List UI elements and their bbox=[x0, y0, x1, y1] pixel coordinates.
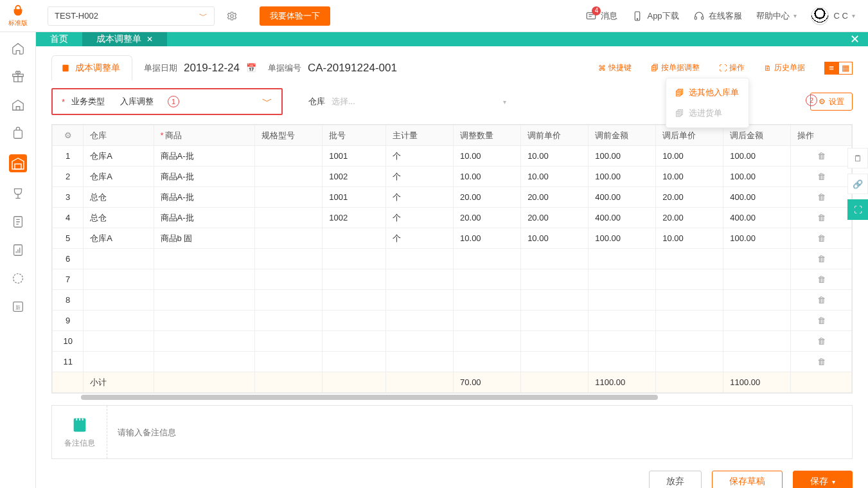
tab-cost-adjust[interactable]: 成本调整单 ✕ bbox=[82, 32, 167, 46]
svg-point-0 bbox=[231, 14, 234, 17]
svg-rect-15 bbox=[62, 65, 68, 72]
rail-note-icon[interactable]: 🗒 bbox=[847, 148, 868, 168]
nav-report-icon[interactable] bbox=[11, 243, 25, 257]
delete-row-icon[interactable]: 🗑 bbox=[817, 295, 826, 305]
company-select[interactable]: TEST-H002 ﹀ bbox=[48, 6, 215, 26]
delete-row-icon[interactable]: 🗑 bbox=[817, 316, 826, 325]
nav-home-icon[interactable] bbox=[11, 41, 25, 55]
menu-other-inbound[interactable]: 🗐 选其他入库单 bbox=[666, 82, 748, 103]
messages-button[interactable]: 4 消息 bbox=[585, 10, 617, 22]
nav-warehouse-icon[interactable] bbox=[9, 154, 27, 172]
chevron-down-icon: ▾ bbox=[503, 98, 506, 105]
settings-button[interactable] bbox=[222, 6, 242, 26]
svg-point-3 bbox=[637, 18, 639, 19]
help-center-button[interactable]: 帮助中心 ▾ bbox=[756, 10, 797, 22]
business-type-select[interactable]: * 业务类型 入库调整 1 ﹀ bbox=[51, 88, 283, 115]
action-shortcut[interactable]: ⌘ 快捷键 bbox=[598, 62, 632, 73]
app-download-button[interactable]: App下载 bbox=[632, 10, 678, 22]
col-header: 调前金额 bbox=[589, 125, 656, 146]
table-row[interactable]: 6🗑 bbox=[53, 249, 852, 269]
avatar[interactable] bbox=[811, 7, 829, 25]
remark-label: 备注信息 bbox=[64, 438, 95, 449]
trial-cta-button[interactable]: 我要体验一下 bbox=[260, 6, 330, 26]
action-history[interactable]: 🗎 历史单据 bbox=[764, 62, 805, 73]
app-logo[interactable]: 标准版 bbox=[0, 4, 36, 28]
table-row[interactable]: 9🗑 bbox=[53, 311, 852, 331]
remark-section: 备注信息 bbox=[51, 405, 853, 459]
table-row[interactable]: 2仓库A商品A-批1002个10.0010.00100.0010.00100.0… bbox=[53, 167, 852, 187]
delete-row-icon[interactable]: 🗑 bbox=[817, 275, 826, 284]
list-view-icon[interactable]: ≡ bbox=[824, 62, 838, 75]
table-row[interactable]: 8🗑 bbox=[53, 290, 852, 311]
calendar-icon[interactable]: 📅 bbox=[246, 63, 256, 73]
doc-number: 单据编号 CA-20191224-001 bbox=[268, 62, 397, 75]
nav-inventory-icon[interactable] bbox=[11, 98, 25, 112]
table-row[interactable]: 4总仓商品A-批1002个20.0020.00400.0020.00400.00… bbox=[53, 208, 852, 228]
chevron-down-icon: ﹀ bbox=[262, 95, 272, 109]
discard-button[interactable]: 放弃 bbox=[649, 471, 702, 488]
col-header: 批号 bbox=[323, 125, 386, 146]
rail-link-icon[interactable]: 🔗 bbox=[847, 174, 868, 194]
nav-new-icon[interactable]: 新 bbox=[11, 300, 25, 314]
table-row[interactable]: 3总仓商品A-批1001个20.0020.00400.0020.00400.00… bbox=[53, 187, 852, 208]
edition-label: 标准版 bbox=[8, 19, 28, 28]
svg-rect-5 bbox=[701, 16, 703, 19]
col-header: 仓库 bbox=[84, 125, 154, 146]
table-row[interactable]: 10🗑 bbox=[53, 331, 852, 352]
close-icon[interactable]: ✕ bbox=[146, 35, 153, 44]
nav-sync-icon[interactable] bbox=[11, 271, 25, 285]
table-row[interactable]: 11🗑 bbox=[53, 352, 852, 372]
action-by-document[interactable]: 🗐 按单据调整 bbox=[651, 62, 700, 73]
action-batch[interactable]: ⛶ 操作 bbox=[719, 62, 745, 73]
table-row[interactable]: 1仓库A商品A-批1001个10.0010.00100.0010.00100.0… bbox=[53, 146, 852, 167]
company-name: TEST-H002 bbox=[55, 11, 98, 21]
subtotal-row: 小计70.001100.001100.00 bbox=[53, 372, 852, 393]
col-header: 调整数量 bbox=[454, 125, 521, 146]
right-rail: 🗒 🔗 ⛶ bbox=[847, 148, 868, 220]
tab-strip: 首页 成本调整单 ✕ ✕ bbox=[36, 32, 868, 46]
table-row[interactable]: 7🗑 bbox=[53, 269, 852, 290]
menu-purchase[interactable]: 🗐 选进货单 bbox=[666, 103, 748, 123]
save-button[interactable]: 保存 ▾ bbox=[793, 471, 853, 488]
warehouse-select[interactable]: 仓库 选择... ▾ bbox=[308, 96, 506, 107]
view-toggle[interactable]: ≡ ▦ bbox=[824, 62, 853, 75]
nav-doc-icon[interactable] bbox=[11, 215, 25, 229]
chevron-down-icon: ▾ bbox=[832, 478, 835, 485]
nav-money-icon[interactable] bbox=[11, 186, 25, 201]
nav-gift-icon[interactable] bbox=[11, 69, 25, 84]
messages-badge: 4 bbox=[592, 6, 601, 15]
delete-row-icon[interactable]: 🗑 bbox=[817, 254, 826, 264]
data-table: ⚙仓库*商品规格型号批号主计量调整数量调前单价调前金额调后单价调后金额操作 1仓… bbox=[51, 124, 853, 393]
rail-fullscreen-icon[interactable]: ⛶ bbox=[847, 199, 868, 220]
note-icon bbox=[71, 416, 89, 434]
tab-home[interactable]: 首页 bbox=[36, 32, 82, 46]
annotation-2: 2 bbox=[806, 95, 817, 106]
delete-row-icon[interactable]: 🗑 bbox=[817, 233, 826, 243]
doc-date-value[interactable]: 2019-12-24 bbox=[184, 62, 240, 75]
svg-point-12 bbox=[13, 274, 22, 284]
save-draft-button[interactable]: 保存草稿 bbox=[712, 471, 783, 488]
user-menu[interactable]: C C ▾ bbox=[834, 11, 855, 21]
delete-row-icon[interactable]: 🗑 bbox=[817, 357, 826, 366]
delete-row-icon[interactable]: 🗑 bbox=[817, 336, 826, 346]
grid-view-icon[interactable]: ▦ bbox=[838, 62, 853, 75]
svg-rect-8 bbox=[13, 130, 22, 138]
delete-row-icon[interactable]: 🗑 bbox=[817, 172, 826, 181]
remark-input[interactable] bbox=[107, 406, 852, 458]
gear-icon[interactable]: ⚙ bbox=[64, 131, 72, 140]
left-nav: 新 bbox=[0, 32, 36, 488]
col-header: ⚙ bbox=[53, 125, 84, 146]
annotation-1: 1 bbox=[168, 96, 179, 107]
delete-row-icon[interactable]: 🗑 bbox=[817, 213, 826, 222]
chevron-down-icon: ▾ bbox=[793, 12, 797, 19]
customer-service-button[interactable]: 在线客服 bbox=[693, 10, 742, 22]
table-row[interactable]: 5仓库A商品b 固个10.0010.00100.0010.00100.00🗑 bbox=[53, 228, 852, 249]
delete-row-icon[interactable]: 🗑 bbox=[817, 192, 826, 202]
business-type-value: 入库调整 bbox=[120, 96, 154, 107]
doc-date: 单据日期 2019-12-24 📅 bbox=[144, 62, 256, 75]
nav-shop-icon[interactable] bbox=[11, 126, 25, 140]
col-header: 调前单价 bbox=[521, 125, 589, 146]
tab-close-all[interactable]: ✕ bbox=[841, 32, 868, 46]
delete-row-icon[interactable]: 🗑 bbox=[817, 151, 826, 161]
doc-type-tab[interactable]: 成本调整单 bbox=[51, 55, 132, 80]
